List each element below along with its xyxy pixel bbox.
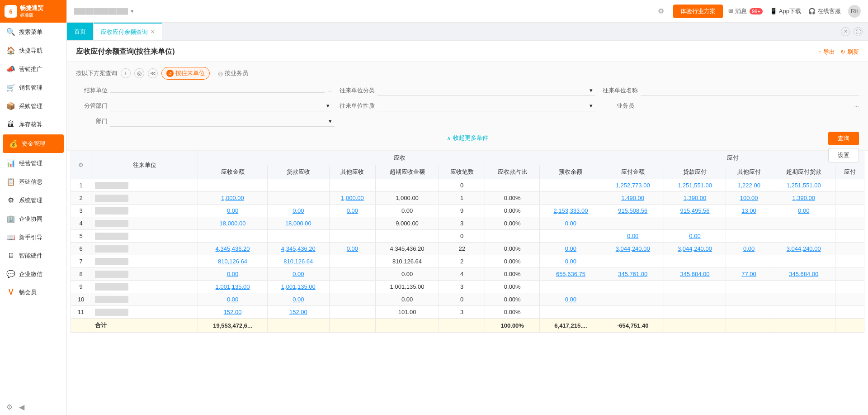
table-cell[interactable]: 3,044,240.00 <box>664 243 726 255</box>
query-button[interactable]: 查询 <box>828 132 859 145</box>
table-cell[interactable] <box>772 230 835 243</box>
table-cell[interactable] <box>772 255 835 268</box>
table-cell[interactable] <box>664 281 726 293</box>
cell-link[interactable]: 0.00 <box>347 207 358 214</box>
cell-link[interactable]: 0.00 <box>627 233 638 239</box>
table-cell[interactable]: 0.00 <box>602 230 664 243</box>
table-cell[interactable] <box>198 230 267 243</box>
sidebar-item-guide[interactable]: 📖 新手引导 <box>0 228 66 247</box>
cell-link[interactable]: 1,490.00 <box>621 195 644 201</box>
cell-link[interactable]: 1,251,551.00 <box>787 182 821 189</box>
sidebar-item-search[interactable]: 🔍 搜索菜单 <box>0 23 66 41</box>
table-cell[interactable]: 915,495.56 <box>664 205 726 217</box>
table-cell[interactable]: 1,490.00 <box>602 192 664 205</box>
sidebar-item-operation[interactable]: 📊 经营管理 <box>0 154 66 172</box>
table-cell[interactable] <box>726 306 772 319</box>
cell-link[interactable]: 0.00 <box>347 245 358 252</box>
filter-settings-icon[interactable]: ◎ <box>134 68 144 78</box>
table-cell[interactable] <box>726 293 772 306</box>
online-service-action[interactable]: 🎧 在线客服 <box>808 7 841 15</box>
table-cell[interactable] <box>329 268 375 281</box>
table-cell[interactable]: 152.00 <box>267 306 329 319</box>
table-cell[interactable] <box>772 306 835 319</box>
table-cell[interactable]: 1,251,551.00 <box>664 179 726 192</box>
cell-link[interactable]: 3,044,240.00 <box>616 245 650 252</box>
table-cell[interactable]: 4,345,436.20 <box>267 243 329 255</box>
salesman-dots[interactable]: ··· <box>854 103 859 110</box>
salesman-input[interactable] <box>637 104 851 108</box>
table-cell[interactable]: 0.00 <box>664 230 726 243</box>
table-cell[interactable] <box>329 306 375 319</box>
table-cell[interactable] <box>329 255 375 268</box>
cell-link[interactable]: 0.00 <box>227 296 238 303</box>
table-cell[interactable] <box>267 179 329 192</box>
sidebar-settings-icon[interactable]: ⚙ <box>6 403 13 411</box>
cell-link[interactable]: 13.00 <box>741 207 756 214</box>
table-cell[interactable]: 1,390.00 <box>772 192 835 205</box>
sidebar-collapse-icon[interactable]: ◀ <box>19 403 24 411</box>
sidebar-item-finance[interactable]: 💰 资金管理 <box>3 134 64 153</box>
table-cell[interactable] <box>726 281 772 293</box>
table-cell[interactable]: 0.00 <box>198 205 267 217</box>
cell-link[interactable]: 1,000.00 <box>341 195 364 201</box>
table-gear-icon[interactable]: ⚙ <box>75 159 87 172</box>
cell-link[interactable]: 1,252,773.00 <box>616 182 650 189</box>
table-cell[interactable]: 0.00 <box>772 205 835 217</box>
cell-link[interactable]: 0.00 <box>565 245 576 252</box>
table-cell[interactable]: 915,508.56 <box>602 205 664 217</box>
table-cell[interactable]: 0.00 <box>198 293 267 306</box>
app-download-action[interactable]: 📱 App下载 <box>770 7 801 15</box>
cell-link[interactable]: 345,684.00 <box>680 271 709 277</box>
table-cell[interactable]: 0.00 <box>329 205 375 217</box>
filter-by-salesman-option[interactable]: ◎ 按业务员 <box>213 67 253 79</box>
table-cell[interactable]: 0.00 <box>540 255 602 268</box>
cell-link[interactable]: 810,126.64 <box>283 258 313 265</box>
table-cell[interactable]: 1,252,773.00 <box>602 179 664 192</box>
sidebar-item-enterprise[interactable]: 🏢 企业协同 <box>0 210 66 228</box>
message-action[interactable]: ✉ 消息 99+ <box>728 7 763 15</box>
sidebar-item-purchase[interactable]: 📦 采购管理 <box>0 97 66 115</box>
table-cell[interactable] <box>602 306 664 319</box>
sidebar-item-quick-nav[interactable]: 🏠 快捷导航 <box>0 41 66 60</box>
table-cell[interactable]: 100.00 <box>726 192 772 205</box>
cell-link[interactable]: 810,126.64 <box>218 258 247 265</box>
table-cell[interactable] <box>540 230 602 243</box>
table-cell[interactable] <box>540 179 602 192</box>
sidebar-item-basic[interactable]: 📋 基础信息 <box>0 172 66 191</box>
cell-link[interactable]: 152.00 <box>289 309 307 315</box>
company-category-select[interactable]: ▾ <box>377 85 596 96</box>
cell-link[interactable]: 1,000.00 <box>221 195 244 201</box>
table-cell[interactable] <box>602 281 664 293</box>
table-cell[interactable] <box>664 255 726 268</box>
sidebar-item-sales[interactable]: 🛒 销售管理 <box>0 78 66 97</box>
table-cell[interactable]: 152.00 <box>198 306 267 319</box>
table-cell[interactable]: 18,000.00 <box>267 217 329 230</box>
table-cell[interactable]: 18,000.00 <box>198 217 267 230</box>
table-cell[interactable] <box>329 230 375 243</box>
sidebar-item-hardware[interactable]: 🖥 智能硬件 <box>0 247 66 265</box>
filter-add-button[interactable]: + <box>121 68 131 78</box>
table-cell[interactable]: 1,001,135.00 <box>267 281 329 293</box>
cell-link[interactable]: 0.00 <box>565 296 576 303</box>
table-cell[interactable]: 3,044,240.00 <box>602 243 664 255</box>
company-nature-select[interactable]: ▾ <box>377 100 596 111</box>
table-cell[interactable]: 3,044,240.00 <box>772 243 835 255</box>
cell-link[interactable]: 3,044,240.00 <box>678 245 712 252</box>
cell-link[interactable]: 0.00 <box>565 258 576 265</box>
cell-link[interactable]: 1,001,135.00 <box>281 283 316 290</box>
cell-link[interactable]: 0.00 <box>292 296 304 303</box>
cell-link[interactable]: 152.00 <box>224 309 242 315</box>
table-cell[interactable] <box>726 255 772 268</box>
cell-link[interactable]: 1,222.00 <box>737 182 760 189</box>
table-cell[interactable]: 0.00 <box>267 205 329 217</box>
cell-link[interactable]: 1,001,135.00 <box>216 283 250 290</box>
cell-link[interactable]: 4,345,436.20 <box>281 245 316 252</box>
refresh-button[interactable]: ↻ 刷新 <box>840 48 859 56</box>
table-cell[interactable] <box>329 217 375 230</box>
table-cell[interactable]: 0.00 <box>198 268 267 281</box>
cell-link[interactable]: 0.00 <box>689 233 700 239</box>
table-cell[interactable] <box>726 230 772 243</box>
filter-by-company-option[interactable]: ↺ 按往来单位 <box>161 67 210 80</box>
sidebar-item-system[interactable]: ⚙ 系统管理 <box>0 191 66 210</box>
cell-link[interactable]: 0.00 <box>227 271 238 277</box>
